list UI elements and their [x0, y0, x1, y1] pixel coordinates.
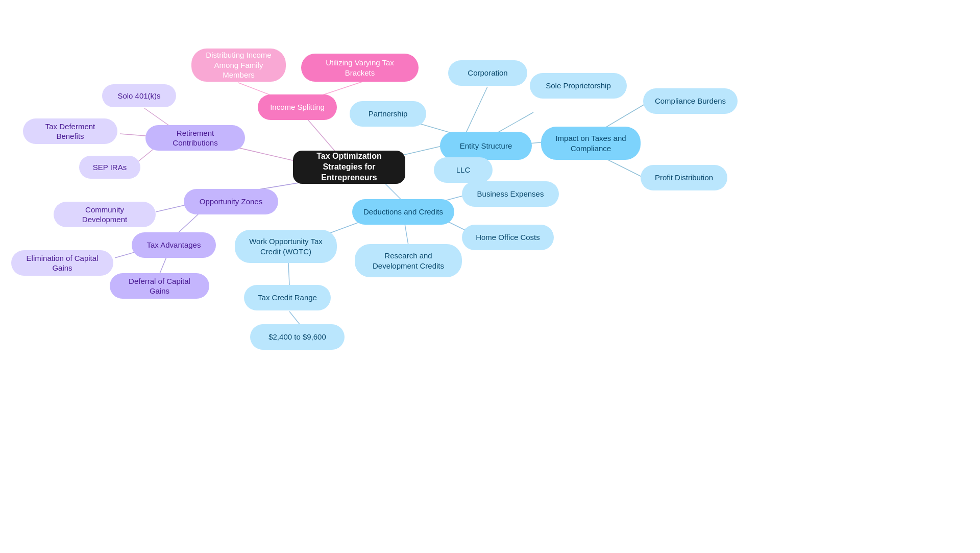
compliance-burdens-node: Compliance Burdens: [643, 88, 738, 114]
svg-line-18: [289, 311, 300, 324]
utilizing-brackets-node: Utilizing Varying Tax Brackets: [301, 54, 419, 82]
tax-deferment-node: Tax Deferment Benefits: [23, 118, 117, 144]
distributing-income-node: Distributing Income Among Family Members: [191, 49, 286, 82]
deductions-credits-node: Deductions and Credits: [352, 199, 454, 225]
llc-node: LLC: [434, 157, 493, 183]
partnership-node: Partnership: [350, 101, 426, 127]
entity-structure-node: Entity Structure: [440, 132, 532, 160]
tax-advantages-node: Tax Advantages: [132, 232, 216, 258]
corporation-node: Corporation: [448, 60, 527, 86]
elimination-capital-gains-node: Elimination of Capital Gains: [11, 250, 113, 276]
sep-iras-node: SEP IRAs: [79, 156, 140, 179]
opportunity-zones-node: Opportunity Zones: [184, 189, 278, 214]
mindmap-container: Tax Optimization Strategies for Entrepre…: [0, 0, 980, 553]
svg-line-20: [465, 87, 487, 134]
credit-amount-node: $2,400 to $9,600: [250, 324, 345, 350]
solo-401k-node: Solo 401(k)s: [102, 84, 176, 107]
profit-distribution-node: Profit Distribution: [641, 165, 727, 190]
deferral-capital-gains-node: Deferral of Capital Gains: [110, 273, 209, 299]
research-development-node: Research and Development Credits: [355, 244, 462, 277]
work-opportunity-node: Work Opportunity Tax Credit (WOTC): [235, 230, 337, 263]
tax-credit-range-node: Tax Credit Range: [244, 285, 331, 310]
income-splitting-node: Income Splitting: [258, 94, 337, 120]
sole-proprietorship-node: Sole Proprietorship: [530, 73, 627, 99]
retirement-contributions-node: Retirement Contributions: [145, 125, 245, 151]
business-expenses-node: Business Expenses: [462, 181, 559, 207]
community-development-node: Community Development: [54, 202, 156, 227]
home-office-costs-node: Home Office Costs: [462, 225, 554, 250]
svg-line-17: [288, 263, 289, 285]
impact-taxes-node: Impact on Taxes and Compliance: [541, 127, 641, 160]
center-node: Tax Optimization Strategies for Entrepre…: [293, 151, 405, 184]
